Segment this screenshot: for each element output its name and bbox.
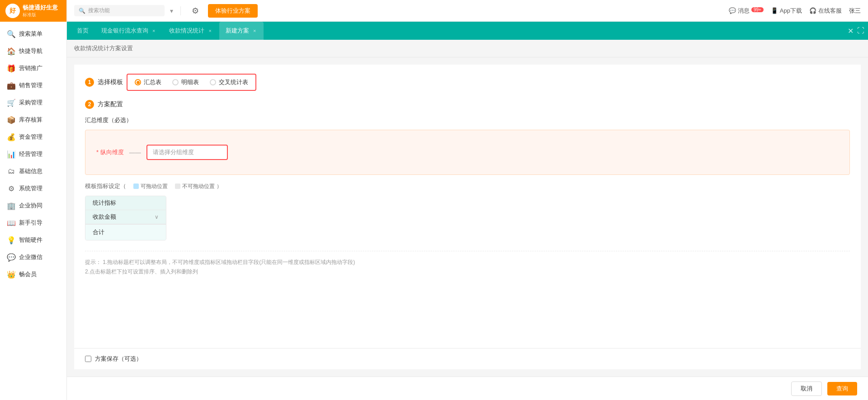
radio-detail[interactable]: 明细表 (172, 78, 199, 86)
section-config-title: 方案配置 (98, 100, 123, 108)
sidebar-item-basic-info[interactable]: 🗂 基础信息 (0, 163, 66, 180)
box-icon: 📦 (7, 116, 15, 124)
section-template-title: 选择模板 (98, 78, 123, 86)
query-button[interactable]: 查询 (827, 382, 857, 395)
non-draggable-badge: 不可拖动位置 ） (175, 183, 222, 190)
gift-icon: 🎁 (7, 64, 15, 72)
cancel-button[interactable]: 取消 (791, 381, 822, 396)
tab-home[interactable]: 首页 (71, 22, 95, 40)
sidebar-item-capital[interactable]: 💰 资金管理 (0, 128, 66, 146)
sidebar-item-guide-label: 新手引导 (19, 219, 42, 227)
sidebar-item-wechat-label: 企业微信 (19, 253, 42, 261)
indicator-settings-header: 模板指标设定（ 可拖动位置 不可拖动位置 ） (85, 182, 850, 190)
notification-badge: 99+ (751, 7, 764, 12)
stats-total-row: 合计 (85, 225, 166, 240)
breadcrumb-text: 收款情况统计方案设置 (74, 45, 133, 52)
gear-icon: ⚙ (7, 184, 15, 193)
tab-cashflow[interactable]: 现金银行流水查询 × (95, 22, 163, 40)
sidebar-item-guide[interactable]: 📖 新手引导 (0, 214, 66, 231)
tab-cashflow-close[interactable]: × (151, 28, 156, 34)
sidebar-item-operation-label: 经营管理 (19, 150, 42, 158)
stats-col-label: 收款金额 (93, 213, 116, 221)
online-service-item[interactable]: 🎧 在线客服 (809, 7, 842, 15)
tab-home-label: 首页 (77, 27, 89, 35)
app-version: 标准版 (23, 12, 58, 18)
stats-col-header[interactable]: 收款金额 ∨ (85, 210, 166, 224)
vertical-dimension-label: * 纵向维度 (96, 148, 124, 156)
sidebar-item-operation[interactable]: 📊 经营管理 (0, 146, 66, 163)
settings-icon[interactable]: ⚙ (188, 4, 203, 18)
sidebar-item-member[interactable]: 👑 畅会员 (0, 266, 66, 283)
sidebar-item-smart-hw-label: 智能硬件 (19, 236, 42, 244)
sidebar-item-smart-hw[interactable]: 💡 智能硬件 (0, 231, 66, 249)
sidebar-item-marketing-label: 营销推广 (19, 64, 42, 72)
sidebar-item-wechat[interactable]: 💬 企业微信 (0, 249, 66, 266)
radio-summary[interactable]: 汇总表 (135, 78, 161, 86)
radio-cross[interactable]: 交叉统计表 (210, 78, 248, 86)
sidebar-item-capital-label: 资金管理 (19, 133, 42, 141)
topbar-divider (180, 6, 181, 15)
stats-col-chevron-icon: ∨ (155, 214, 159, 220)
tab-new-plan[interactable]: 新建方案 × (219, 22, 264, 40)
dimension-select[interactable]: 请选择分组维度 (146, 145, 228, 160)
indicator-title-text: 模板指标设定（ (85, 182, 126, 190)
dimension-select-placeholder: 请选择分组维度 (153, 149, 194, 155)
building-icon: 🏢 (7, 202, 15, 210)
topbar: 🔍 搜索功能 ▾ ⚙ 体验行业方案 💬 消息 99+ 📱 App下载 🎧 在线客… (67, 0, 868, 22)
search-box[interactable]: 🔍 搜索功能 (74, 5, 165, 16)
sidebar-logo: 好 畅捷通好生意 标准版 (0, 0, 66, 22)
search-menu-icon: 🔍 (7, 30, 15, 38)
notification-icon: 💬 (729, 7, 736, 14)
window-close-icon[interactable]: ✕ (848, 27, 854, 35)
tab-new-plan-close[interactable]: × (252, 28, 257, 34)
main-area: 🔍 搜索功能 ▾ ⚙ 体验行业方案 💬 消息 99+ 📱 App下载 🎧 在线客… (67, 0, 868, 400)
sidebar-item-basic-info-label: 基础信息 (19, 167, 42, 175)
tab-receivable[interactable]: 收款情况统计 × (163, 22, 219, 40)
template-radio-group: 汇总表 明细表 交叉统计表 (135, 78, 248, 86)
page-content: 1 选择模板 汇总表 明细表 (67, 57, 868, 376)
dimension-row: * 纵向维度 —— 请选择分组维度 (96, 145, 228, 160)
sidebar: 好 畅捷通好生意 标准版 🔍 搜索菜单 🏠 快捷导航 🎁 营销推广 💼 销售管理… (0, 0, 67, 400)
tip-1: 提示： 1.拖动标题栏可以调整布局，不可跨维度或指标区域拖动栏目字段(只能在同一… (85, 259, 850, 266)
topbar-right: 💬 消息 99+ 📱 App下载 🎧 在线客服 张三 (729, 7, 861, 15)
template-options-border: 汇总表 明细表 交叉统计表 (127, 74, 256, 91)
notification-item[interactable]: 💬 消息 99+ (729, 7, 764, 15)
topbar-dropdown-icon[interactable]: ▾ (170, 7, 173, 14)
section-template-header: 1 选择模板 汇总表 明细表 (85, 74, 850, 91)
save-plan-checkbox[interactable] (85, 356, 91, 362)
user-info[interactable]: 张三 (849, 7, 861, 15)
tab-new-plan-label: 新建方案 (226, 27, 249, 35)
tab-receivable-close[interactable]: × (207, 28, 212, 34)
window-expand-icon[interactable]: ⛶ (857, 27, 864, 35)
sidebar-item-sales-label: 销售管理 (19, 81, 42, 89)
section-config-number: 2 (85, 100, 94, 109)
sidebar-item-quick-nav-label: 快捷导航 (19, 47, 42, 55)
download-icon: 📱 (771, 7, 778, 14)
money-icon: 💰 (7, 133, 15, 141)
dimension-arrow: —— (129, 149, 141, 156)
sidebar-item-inventory[interactable]: 📦 库存核算 (0, 111, 66, 128)
section-config: 2 方案配置 汇总维度（必选） * 纵向维度 —— 请选择分组维度 模板指标 (85, 100, 850, 276)
tabbar: 首页 现金银行流水查询 × 收款情况统计 × 新建方案 × ✕ ⛶ (67, 22, 868, 40)
main-card: 1 选择模板 汇总表 明细表 (74, 65, 861, 348)
radio-cross-circle (210, 79, 216, 85)
app-download-item[interactable]: 📱 App下载 (771, 7, 802, 15)
sales-icon: 💼 (7, 81, 15, 89)
sidebar-item-system[interactable]: ⚙ 系统管理 (0, 180, 66, 197)
section-config-header: 2 方案配置 (85, 100, 850, 109)
industry-solution-button[interactable]: 体验行业方案 (208, 4, 258, 18)
sidebar-item-purchase[interactable]: 🛒 采购管理 (0, 94, 66, 111)
radio-cross-label: 交叉统计表 (219, 78, 248, 86)
service-label: 在线客服 (818, 7, 842, 15)
stats-table: 统计指标 收款金额 ∨ 合计 (85, 196, 166, 240)
sidebar-menu: 🔍 搜索菜单 🏠 快捷导航 🎁 营销推广 💼 销售管理 🛒 采购管理 📦 库存核… (0, 22, 66, 400)
sidebar-logo-area: 畅捷通好生意 标准版 (23, 4, 58, 18)
sidebar-item-quick-nav[interactable]: 🏠 快捷导航 (0, 42, 66, 60)
save-plan-label: 方案保存（可选） (95, 355, 142, 363)
sidebar-item-inventory-label: 库存核算 (19, 116, 42, 124)
sidebar-item-enterprise[interactable]: 🏢 企业协同 (0, 197, 66, 214)
sidebar-item-marketing[interactable]: 🎁 营销推广 (0, 60, 66, 77)
search-placeholder-text: 搜索功能 (88, 7, 110, 14)
sidebar-item-sales[interactable]: 💼 销售管理 (0, 77, 66, 94)
sidebar-item-search[interactable]: 🔍 搜索菜单 (0, 25, 66, 42)
